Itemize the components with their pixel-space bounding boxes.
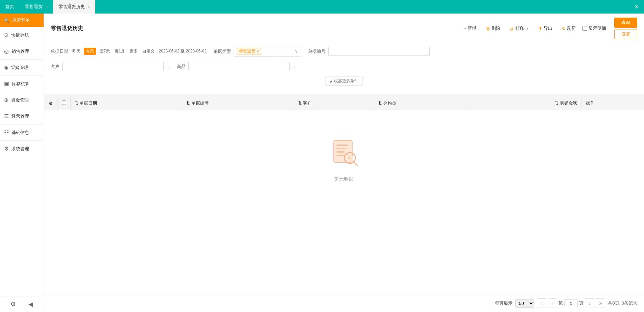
print-button[interactable]: 🖨 打印 ▼: [507, 24, 532, 33]
tab-retail-return-history-close[interactable]: ×: [88, 4, 90, 9]
query-button[interactable]: 查询: [614, 18, 637, 28]
display-toggle-checkbox[interactable]: [582, 26, 587, 31]
col-date-label: ⇅ 单据日期: [75, 101, 97, 106]
sidebar-item-label: 快捷导航: [11, 32, 29, 38]
date-options: 昨天 今天 近7天 近1月 更多 自定义: [71, 48, 156, 55]
col-number[interactable]: ⇅ 单据编号: [182, 97, 294, 110]
type-select[interactable]: 零售退货 × ∨: [234, 46, 301, 57]
page-label-pre: 第: [558, 300, 563, 306]
print-dropdown-icon: ▼: [526, 27, 529, 30]
first-page-button[interactable]: «: [537, 298, 546, 308]
col-amount[interactable]: ⇅ 实销金额: [470, 97, 582, 110]
customer-search-icon[interactable]: ...: [166, 64, 170, 69]
refresh-button[interactable]: ↻ 刷新: [559, 24, 578, 33]
action-buttons: 查询 设置: [614, 18, 637, 39]
date-opt-today[interactable]: 今天: [84, 48, 96, 55]
export-button[interactable]: ⬆ 导出: [536, 24, 555, 33]
sidebar-item-label: 经营管理: [11, 113, 29, 119]
goods-input[interactable]: [188, 62, 290, 71]
sales-icon: ◎: [4, 48, 9, 54]
type-tag-remove[interactable]: ×: [257, 49, 259, 54]
date-opt-1month[interactable]: 近1月: [113, 48, 126, 55]
content-area: 零售退货历史 + 新增 🗑 删除 🖨 打印 ▼ ⬆: [44, 14, 644, 312]
operations-icon: ☰: [4, 113, 9, 119]
delete-button[interactable]: 🗑 删除: [483, 24, 503, 33]
svg-rect-3: [336, 151, 345, 153]
type-filter: 单据类型 零售退货 × ∨: [213, 46, 301, 57]
sidebar-item-purchase[interactable]: ◈ 采购管理: [0, 60, 44, 76]
empty-state-icon: [327, 137, 361, 171]
customer-input[interactable]: [62, 62, 164, 71]
date-opt-7days[interactable]: 近7天: [98, 48, 111, 55]
settings-button[interactable]: 设置: [614, 29, 637, 39]
quick-nav-icon: ⊙: [4, 32, 8, 38]
sidebar-search-label: 搜索菜单: [12, 17, 30, 23]
tab-retail-return-history[interactable]: 零售退货历史 ×: [53, 0, 95, 14]
window-close-button[interactable]: ×: [629, 3, 644, 11]
goods-filter-label: 商品: [177, 64, 186, 70]
collapse-bar: ∧ 收起更多条件: [51, 74, 637, 90]
tab-home[interactable]: 首页: [0, 0, 20, 14]
select-all-checkbox[interactable]: [62, 101, 66, 105]
number-input[interactable]: [328, 47, 430, 56]
sidebar-item-quick-nav[interactable]: ⊙ 快捷导航: [0, 27, 44, 43]
page-label-post: 页: [579, 300, 583, 306]
last-page-button[interactable]: »: [596, 298, 605, 308]
sidebar-item-label: 基础信息: [11, 130, 29, 136]
collapse-button[interactable]: ∧ 收起更多条件: [325, 76, 363, 86]
date-filter: 单据日期 昨天 今天 近7天 近1月 更多 自定义 2023-06-02 至 2…: [51, 48, 207, 55]
sidebar-item-label: 采购管理: [11, 65, 28, 71]
sidebar-item-label: 系统管理: [11, 146, 29, 152]
col-customer[interactable]: ⇅ 客户: [294, 97, 374, 110]
sidebar-item-basic-info[interactable]: ☷ 基础信息: [0, 125, 44, 141]
goods-search-icon[interactable]: ...: [292, 64, 296, 69]
svg-rect-2: [336, 148, 347, 149]
col-checkbox: [57, 97, 70, 110]
tab-retail-return[interactable]: 零售退货 ×: [20, 0, 53, 14]
date-opt-custom[interactable]: 自定义: [141, 48, 156, 55]
sidebar-item-finance[interactable]: ⊕ 资金管理: [0, 92, 44, 108]
collapse-icon: ∧: [330, 79, 333, 84]
prev-page-button[interactable]: ‹: [548, 298, 557, 308]
col-customer-label: ⇅ 客户: [298, 101, 312, 106]
toolbar: + 新增 🗑 删除 🖨 打印 ▼ ⬆ 导出: [461, 18, 637, 39]
export-icon: ⬆: [539, 26, 542, 31]
search-icon: 🔍: [4, 18, 9, 23]
sidebar-item-system[interactable]: ⚙ 系统管理: [0, 141, 44, 157]
current-page-input[interactable]: [564, 299, 578, 307]
sidebar-settings-icon[interactable]: ⚙: [10, 300, 16, 308]
col-guide-label: ⇅ 导购员: [378, 101, 397, 106]
col-action: 操作: [581, 97, 644, 110]
customer-filter: 客户 ...: [51, 62, 170, 71]
col-settings[interactable]: ⚙: [44, 97, 57, 110]
type-filter-label: 单据类型: [213, 48, 231, 54]
page-title: 零售退货历史: [51, 25, 83, 32]
date-opt-yesterday[interactable]: 昨天: [71, 48, 82, 55]
tab-retail-return-close[interactable]: ×: [45, 4, 48, 9]
page-header-top: 零售退货历史 + 新增 🗑 删除 🖨 打印 ▼ ⬆: [51, 18, 637, 39]
sidebar-item-operations[interactable]: ☰ 经营管理: [0, 108, 44, 125]
new-button[interactable]: + 新增: [461, 24, 479, 33]
customer-filter-label: 客户: [51, 64, 59, 70]
sidebar-item-sales[interactable]: ◎ 销售管理: [0, 43, 44, 60]
table-header: ⚙ ⇅ 单据日期 ⇅ 单据编号 ⇅ 客户: [44, 97, 644, 110]
system-icon: ⚙: [4, 146, 9, 152]
col-guide[interactable]: ⇅ 导购员: [374, 97, 470, 110]
table-body: 暂无数据: [44, 110, 644, 210]
filter-area: 单据日期 昨天 今天 近7天 近1月 更多 自定义 2023-06-02 至 2…: [51, 43, 637, 94]
data-table: ⚙ ⇅ 单据日期 ⇅ 单据编号 ⇅ 客户: [44, 97, 644, 209]
table-header-row: ⚙ ⇅ 单据日期 ⇅ 单据编号 ⇅ 客户: [44, 97, 644, 110]
sidebar-collapse-icon[interactable]: ◀: [28, 300, 33, 308]
sidebar-item-inventory[interactable]: ▣ 库存核算: [0, 76, 44, 92]
table-area: ⚙ ⇅ 单据日期 ⇅ 单据编号 ⇅ 客户: [44, 97, 644, 294]
page-size-select[interactable]: 20 50 100: [515, 299, 534, 308]
sidebar-search[interactable]: 🔍 搜索菜单: [0, 14, 44, 27]
col-date[interactable]: ⇅ 单据日期: [70, 97, 182, 110]
display-toggle: 显示明细: [582, 25, 606, 31]
sidebar-item-label: 资金管理: [11, 97, 29, 103]
page-size-label: 每页显示: [495, 300, 512, 306]
pagination-bar: 每页显示 20 50 100 « ‹ 第 页 › » 共0页, 0条记录: [44, 294, 644, 312]
date-opt-more[interactable]: 更多: [128, 48, 139, 55]
empty-row: 暂无数据: [44, 110, 644, 210]
next-page-button[interactable]: ›: [585, 298, 594, 308]
